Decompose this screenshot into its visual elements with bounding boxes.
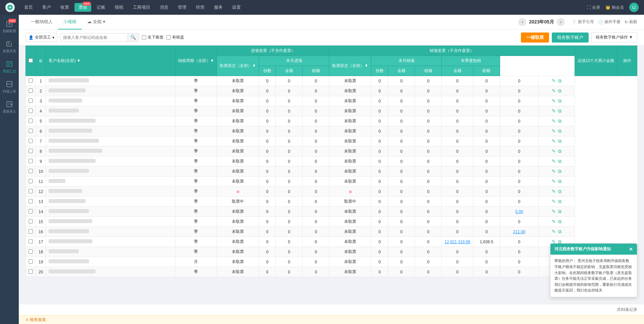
row-checkbox[interactable] [29,149,33,153]
select-all-checkbox[interactable] [29,58,33,63]
nav-business[interactable]: 工商项目 [129,3,154,12]
edit-btn[interactable]: ✎ [552,209,556,214]
row-checkbox[interactable] [29,269,33,274]
row-checkbox[interactable] [29,259,33,264]
tax-policy-link[interactable]: ⊙ 税务政策 [25,317,46,323]
copy-btn[interactable]: ⧉ [558,128,561,134]
sidebar-item-ticket-entry[interactable]: 票据录入 [1,98,17,117]
edit-btn[interactable]: ✎ [552,148,556,154]
sidebar-item-invoice-open[interactable]: 发票开具 [1,38,17,56]
edit-btn[interactable]: ✎ [552,128,556,134]
edit-btn[interactable]: ✎ [552,179,556,184]
checkbox-sub-accounts-input[interactable] [142,35,146,40]
row-checkbox[interactable] [29,199,33,203]
row-checkbox[interactable] [29,169,33,173]
edit-btn[interactable]: ✎ [552,98,556,104]
nav-operation[interactable]: 经营 [192,3,209,12]
copy-btn[interactable]: ⧉ [558,199,561,204]
edit-btn[interactable]: ✎ [552,229,556,234]
digital-account-btn[interactable]: 税务数字账户 [552,33,589,43]
tab-all-capable[interactable]: ☁ 全能 ▾ [82,15,111,29]
copy-btn[interactable]: ⧉ [558,118,561,124]
sidebar-item-scan-upload[interactable]: 扫描上传 [1,78,17,96]
tab-small-scale[interactable]: 小规模 [58,15,82,29]
copy-btn[interactable]: ⧉ [558,98,561,104]
nav-bookkeeping[interactable]: 记账 [93,3,109,12]
copy-btn[interactable]: ⧉ [558,158,561,164]
manual-btn[interactable]: 📄 操作手册 [598,19,621,25]
search-input[interactable] [60,34,127,41]
copy-btn[interactable]: ⧉ [558,148,561,154]
nav-ticket[interactable]: 票据 new [74,3,91,12]
row-checkbox[interactable] [29,179,33,183]
copy-btn[interactable]: ⧉ [558,209,561,214]
user-avatar[interactable]: U [629,3,639,12]
sidebar-item-ticket-summary[interactable]: 票据汇总 [1,58,17,76]
edit-btn[interactable]: ✎ [552,138,556,144]
copy-btn[interactable]: ⧉ [558,229,561,234]
refresh-btn[interactable]: ↻ 刷新 [625,19,637,25]
copy-btn[interactable]: ⧉ [558,108,561,114]
col-output-status-header[interactable]: 取票状态（全部）▼ [329,56,371,76]
deduct-amount-value[interactable]: 12,621,319.99 [444,240,470,244]
member-btn[interactable]: 👑 购会员 [605,5,624,10]
copy-btn[interactable]: ⧉ [558,189,561,194]
nav-client[interactable]: 客户 [38,3,55,12]
row-checkbox[interactable] [29,249,33,254]
row-checkbox[interactable] [29,119,33,123]
row-checkbox[interactable] [29,159,33,163]
row-checkbox[interactable] [29,239,33,244]
edit-btn[interactable]: ✎ [552,219,556,224]
guide-btn[interactable]: ❔ 新手引导 [572,19,594,25]
period-prev-btn[interactable]: ‹ [518,18,526,26]
nav-home[interactable]: 首页 [20,3,37,12]
row-checkbox[interactable] [29,109,33,113]
edit-btn[interactable]: ✎ [552,108,556,114]
nav-tax[interactable]: 报税 [111,3,127,12]
edit-btn[interactable]: ✎ [552,158,556,164]
nav-settings[interactable]: 设置 [228,3,245,12]
tab-general-taxpayer[interactable]: 一般纳税人 [25,15,58,29]
edit-btn[interactable]: ✎ [552,88,556,93]
copy-btn[interactable]: ⧉ [558,219,561,224]
copy-btn[interactable]: ⧉ [558,169,561,174]
notification-close-btn[interactable]: ✕ [629,247,633,252]
nav-manage[interactable]: 管理 [174,3,191,12]
search-button[interactable]: 🔍 [127,34,139,41]
col-tax-period-header[interactable]: 纳税周期（全部）▼ [175,46,217,76]
checkbox-tax-disk-input[interactable] [166,35,171,40]
row-checkbox[interactable] [29,219,33,223]
copy-btn[interactable]: ⧉ [558,88,561,93]
edit-btn[interactable]: ✎ [552,78,556,83]
edit-btn[interactable]: ✎ [552,199,556,204]
cumulative-value[interactable]: 211.00 [513,230,526,234]
row-checkbox[interactable] [29,78,33,83]
row-checkbox[interactable] [29,88,33,93]
checkbox-sub-accounts[interactable]: 名下账套 [142,35,164,40]
edit-btn[interactable]: ✎ [552,189,556,194]
cumulative-value[interactable]: 5.00 [515,209,523,214]
digital-account-ops-btn[interactable]: 税务数字账户操作 ▼ [591,32,637,43]
row-checkbox[interactable] [29,189,33,193]
checkbox-tax-disk[interactable]: 有税盘 [166,35,184,40]
row-checkbox[interactable] [29,229,33,234]
edit-btn[interactable]: ✎ [552,118,556,124]
one-click-fetch-btn[interactable]: 一键取票 [521,33,549,43]
sidebar-item-smart-fetch[interactable]: 智能取票 new [1,17,17,36]
nav-service[interactable]: 服务 [210,3,227,12]
period-next-btn[interactable]: › [557,18,565,26]
row-checkbox[interactable] [29,129,33,133]
copy-btn[interactable]: ⧉ [558,78,561,83]
nav-message[interactable]: 消息 [156,3,172,12]
copy-btn[interactable]: ⧉ [558,138,561,144]
employee-select[interactable]: 👤 全部员工 ▾ [25,33,57,42]
col-client-header[interactable]: 客户名称(全部) ▼ [46,46,175,76]
copy-btn[interactable]: ⧉ [558,179,561,184]
col-input-status-header[interactable]: 取票状态（全部）▼ [217,56,259,76]
nav-receive[interactable]: 收票 [56,3,73,12]
edit-btn[interactable]: ✎ [552,169,556,174]
row-checkbox[interactable] [29,209,33,213]
row-checkbox[interactable] [29,99,33,103]
row-checkbox[interactable] [29,139,33,143]
fullscreen-btn[interactable]: ⛶ 全屏 [587,5,600,10]
